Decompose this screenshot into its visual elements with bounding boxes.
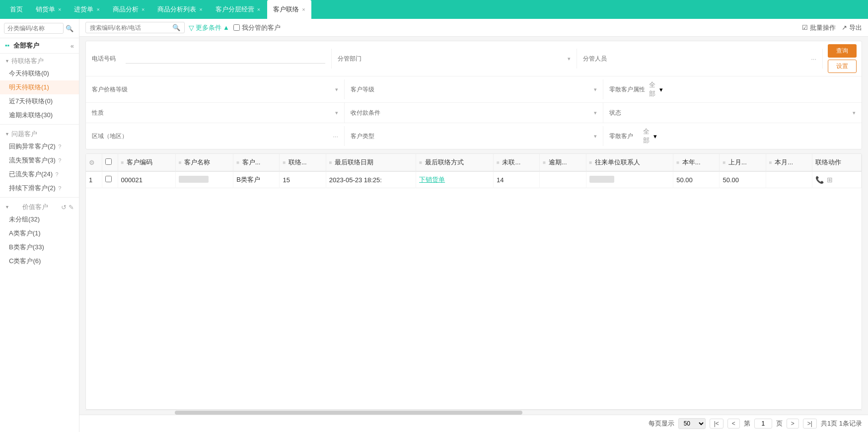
toolbar-right-actions: ☑ 批量操作 ↗ 导出 (802, 23, 862, 32)
filter-cell-region: 区域（地区） ··· (86, 126, 345, 146)
col-settings-icon[interactable]: ⚙ (89, 159, 95, 166)
nav-customer-contact[interactable]: 客户联络 × (267, 0, 311, 19)
sidebar-item-declining[interactable]: 持续下滑客户(2) ? (0, 181, 79, 195)
customer-level-arrow-icon: ▾ (594, 86, 597, 93)
nature-select[interactable]: ▾ (126, 110, 338, 116)
sidebar-item-tomorrow[interactable]: 明天待联络(1) (0, 80, 79, 94)
main-layout: 🔍 ▪▪ 全部客户 « 待联络客户 今天待联络(0) 明天待联络(1) 近7天待… (0, 19, 868, 432)
nav-purchase[interactable]: 进货单 × (68, 0, 105, 19)
query-button[interactable]: 查询 (828, 44, 857, 58)
close-product-analysis-icon[interactable]: × (142, 6, 145, 12)
grid-icon[interactable]: ⊞ (827, 176, 833, 184)
payment-select[interactable]: ▾ (384, 110, 597, 116)
col-overdue-header: ≡ 逾期... (540, 154, 586, 171)
filter-cell-status: 状态 ▾ (603, 103, 862, 123)
footer: 每页显示 50 100 |< < 第 页 > >| 共1页 1条记录 (79, 415, 868, 432)
customers-table: ⚙ ≡ 客户编码 ≡ 客户名称 (86, 154, 862, 188)
last-page-button[interactable]: >| (803, 419, 817, 429)
payment-arrow-icon: ▾ (594, 110, 597, 116)
close-customer-contact-icon[interactable]: × (302, 6, 305, 12)
close-product-analysis-list-icon[interactable]: × (199, 6, 202, 12)
dept-arrow-icon: ▾ (568, 56, 571, 62)
last-method-link[interactable]: 下销货单 (419, 176, 445, 183)
row-checkbox[interactable] (105, 176, 112, 182)
sidebar-item-today[interactable]: 今天待联络(0) (0, 67, 79, 80)
sidebar-search-input[interactable] (4, 23, 64, 34)
phone-input[interactable] (126, 54, 325, 64)
customer-type-select[interactable]: ▾ (384, 133, 597, 140)
retail-attr-select[interactable]: 全部 (649, 80, 655, 98)
cell-action: 📞 ⊞ (812, 171, 861, 188)
table-container: ⚙ ≡ 客户编码 ≡ 客户名称 (85, 153, 862, 410)
close-purchase-icon[interactable]: × (96, 6, 99, 12)
price-level-select[interactable]: ▾ (132, 86, 338, 93)
divider-2 (0, 197, 79, 198)
page-input[interactable] (754, 419, 772, 429)
nav-home[interactable]: 首页 (4, 0, 29, 19)
col-action-header: 联络动作 (812, 154, 861, 171)
cell-type: B类客户 (233, 171, 280, 188)
sidebar-group-pending[interactable]: 待联络客户 (0, 54, 79, 67)
col-settings-header: ⚙ (86, 154, 102, 171)
toolbar: 🔍 ▽ 更多条件 ▲ 我分管的客户 ☑ 批量操作 ↗ 导出 (79, 19, 868, 37)
prev-page-button[interactable]: < (727, 419, 740, 429)
sidebar: 🔍 ▪▪ 全部客户 « 待联络客户 今天待联络(0) 明天待联络(1) 近7天待… (0, 19, 79, 432)
horizontal-scrollbar[interactable] (85, 410, 862, 415)
region-select[interactable]: ··· (132, 133, 338, 140)
manager-select[interactable]: ··· (617, 55, 816, 63)
batch-op-button[interactable]: ☑ 批量操作 (802, 23, 836, 32)
more-filter-button[interactable]: ▽ 更多条件 ▲ (189, 23, 229, 32)
col-type-header: ≡ 客户... (233, 154, 280, 171)
select-all-checkbox[interactable] (105, 158, 112, 165)
sidebar-item-class-a[interactable]: A类客户(1) (0, 226, 79, 240)
customer-level-select[interactable]: ▾ (384, 86, 597, 93)
sidebar-item-class-c[interactable]: C类客户(6) (0, 254, 79, 268)
sidebar-collapse-icon[interactable]: « (71, 42, 74, 50)
call-icon[interactable]: 📞 (815, 176, 824, 184)
sidebar-item-class-b[interactable]: B类客户(33) (0, 240, 79, 254)
sidebar-search-icon[interactable]: 🔍 (66, 25, 73, 32)
nav-customer-tier[interactable]: 客户分层经营 × (210, 0, 266, 19)
set-button[interactable]: 设置 (828, 60, 857, 73)
manager-dots-icon[interactable]: ··· (811, 55, 816, 63)
edit-icon[interactable]: ✎ (69, 204, 74, 211)
close-customer-tier-icon[interactable]: × (257, 6, 260, 12)
filter-cell-customer-level: 客户等级 ▾ (345, 79, 603, 99)
sidebar-item-7days[interactable]: 近7天待联络(0) (0, 94, 79, 108)
first-page-button[interactable]: |< (710, 419, 723, 429)
sidebar-all-customers[interactable]: ▪▪ 全部客户 « (0, 38, 79, 54)
nav-sales[interactable]: 销货单 × (30, 0, 67, 19)
cell-last-date: 2023-05-23 18:25: (326, 171, 416, 188)
sidebar-item-churn-warning[interactable]: 流失预警客户(3) ? (0, 153, 79, 167)
status-arrow-icon: ▾ (853, 110, 856, 116)
sidebar-group-value[interactable]: 价值客户 ↺ ✎ (0, 200, 79, 213)
col-last-month-header: ≡ 上月... (720, 154, 766, 171)
sidebar-group-problem[interactable]: 问题客户 (0, 127, 79, 140)
toolbar-search-input[interactable] (90, 24, 169, 31)
per-page-select[interactable]: 50 100 (678, 418, 706, 429)
refresh-icon[interactable]: ↺ (61, 204, 67, 211)
cell-overdue (540, 171, 586, 188)
nav-product-analysis[interactable]: 商品分析 × (107, 0, 150, 19)
retail-customer-select[interactable]: 全部 (643, 127, 650, 145)
close-sales-icon[interactable]: × (58, 6, 61, 12)
my-customers-checkbox[interactable] (233, 24, 240, 31)
sidebar-item-ungrouped[interactable]: 未分组(32) (0, 213, 79, 226)
dept-select[interactable]: ▾ (371, 56, 571, 62)
action-icons: 📞 ⊞ (815, 176, 858, 184)
filter-cell-nature: 性质 ▾ (86, 103, 345, 123)
col-contact-count-header: ≡ 联络... (280, 154, 326, 171)
region-dots-icon[interactable]: ··· (333, 133, 338, 140)
filter-row-4: 区域（地区） ··· 客户类型 ▾ 零散客户 全部 (86, 123, 862, 149)
toolbar-search-icon[interactable]: 🔍 (172, 24, 180, 31)
next-page-button[interactable]: > (787, 419, 799, 429)
sidebar-item-overdue[interactable]: 逾期未联络(30) (0, 108, 79, 122)
status-select[interactable]: ▾ (643, 110, 856, 116)
scrollbar-thumb[interactable] (175, 411, 522, 415)
nav-product-analysis-list[interactable]: 商品分析列表 × (151, 0, 208, 19)
sidebar-item-churned[interactable]: 已流失客户(24) ? (0, 167, 79, 181)
filter-cell-dept: 分管部门 ▾ (332, 49, 578, 69)
col-last-method-header: ≡ 最后联络方式 (416, 154, 494, 171)
sidebar-item-repurchase-abnormal[interactable]: 回购异常客户(2) ? (0, 140, 79, 153)
export-button[interactable]: ↗ 导出 (842, 23, 862, 32)
